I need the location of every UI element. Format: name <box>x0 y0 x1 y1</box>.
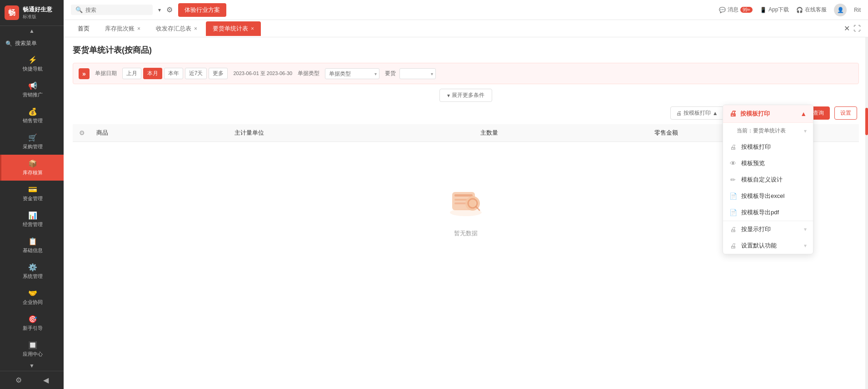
sidebar-item-app-center[interactable]: 🔲应用中心 <box>0 336 64 361</box>
dropdown-item-template-print[interactable]: 🖨按模板打印 <box>723 139 813 155</box>
tab-home[interactable]: 首页 <box>71 21 96 36</box>
nav-icon-operation: 📊 <box>28 211 37 220</box>
tab-close-all-icon[interactable]: ✕ <box>844 24 850 33</box>
settings-btn[interactable]: 设置 <box>834 106 857 120</box>
topbar-dropdown-arrow[interactable]: ▾ <box>158 7 161 13</box>
message-badge: 99+ <box>740 7 753 13</box>
filter-yaohuo-select[interactable] <box>399 68 436 79</box>
topbar-search-input[interactable] <box>85 7 140 13</box>
tab-expand-icon[interactable]: ⛶ <box>853 25 861 33</box>
filter-expand-btn[interactable]: » <box>79 68 90 79</box>
topbar-search-wrap[interactable]: 🔍 <box>71 5 153 15</box>
tab-label-home: 首页 <box>78 25 90 33</box>
dropdown-current-label: 当前：要货单统计表 <box>737 127 786 135</box>
topbar-actions: 💬 消息 99+ 📱 App下载 🎧 在线客服 👤 Rit <box>719 4 861 16</box>
sidebar-item-marketing[interactable]: 📢营销推广 <box>0 77 64 103</box>
tab-close-order-stats[interactable]: × <box>251 25 254 32</box>
dropdown-item-template-preview[interactable]: 👁模板预览 <box>723 155 813 172</box>
filter-type-select[interactable]: 单据类型 <box>325 68 379 79</box>
sidebar-collapse-icon[interactable]: ◀ <box>43 376 49 384</box>
sidebar-scroll-down[interactable]: ▼ <box>0 361 64 371</box>
main-area: 🔍 ▾ ⚙ 体验行业方案 💬 消息 99+ 📱 App下载 🎧 在线客服 👤 R… <box>64 0 868 389</box>
sidebar-search[interactable]: 🔍 搜索菜单 <box>0 36 64 51</box>
filter-date-label: 单据日期 <box>95 70 117 77</box>
dropdown-item-template-custom[interactable]: ✏模板自定义设计 <box>723 172 813 188</box>
topbar-app-download[interactable]: 📱 App下载 <box>760 6 789 14</box>
scrollbar-thumb[interactable] <box>865 108 868 135</box>
sidebar-item-purchase[interactable]: 🛒采购管理 <box>0 129 64 155</box>
sidebar-nav: ⚡快捷导航📢营销推广💰销售管理🛒采购管理📦库存核算💳资金管理📊经营管理📋基础信息… <box>0 51 64 361</box>
dropdown-section-icon-default-function: 🖨 <box>729 242 737 249</box>
nav-label-basic-info: 基础信息 <box>23 247 43 254</box>
filter-date-btn-更多[interactable]: 更多 <box>209 68 228 79</box>
dropdown-item-template-export-excel[interactable]: 📄按模板导出excel <box>723 188 813 204</box>
nav-icon-finance: 💳 <box>28 185 37 194</box>
tabbar: 首页库存批次账×收发存汇总表×要货单统计表×✕⛶ <box>64 20 868 37</box>
print-btn[interactable]: 🖨 按模板打印 ▲ <box>670 106 724 120</box>
message-label: 消息 <box>728 6 738 14</box>
nav-icon-marketing: 📢 <box>28 81 37 90</box>
sidebar-scroll-up[interactable]: ▲ <box>0 26 64 36</box>
sidebar-item-guide[interactable]: 🎯新手引导 <box>0 310 64 336</box>
nav-icon-cooperation: 🤝 <box>28 289 37 298</box>
tab-label-receivable-summary: 收发存汇总表 <box>156 25 191 33</box>
filter-date-btn-本月[interactable]: 本月 <box>143 68 162 79</box>
dropdown-close-icon[interactable]: ▲ <box>800 110 807 117</box>
dropdown-section: 🖨按显示打印▾🖨设置默认功能▾ <box>723 221 813 254</box>
nav-icon-basic-info: 📋 <box>28 237 37 246</box>
sidebar-item-operation[interactable]: 📊经营管理 <box>0 207 64 232</box>
sidebar-item-cooperation[interactable]: 🤝企业协同 <box>0 284 64 310</box>
table-col-product: 商品 <box>91 124 229 142</box>
filter-type-select-wrap: 单据类型 <box>325 68 379 79</box>
table-settings-icon[interactable]: ⚙ <box>79 129 85 136</box>
topbar-avatar[interactable]: 👤 <box>834 4 847 16</box>
dropdown-header[interactable]: 🖨 按模板打印 ▲ <box>723 105 813 123</box>
table-col-settings: ⚙ <box>73 124 91 142</box>
sidebar-item-system[interactable]: ⚙️系统管理 <box>0 258 64 284</box>
sidebar-item-inventory[interactable]: 📦库存核算 <box>0 155 64 181</box>
tab-inventory-batch[interactable]: 库存批次账× <box>98 21 147 36</box>
online-service-icon: 🎧 <box>796 7 803 13</box>
sidebar-item-finance[interactable]: 💳资金管理 <box>0 181 64 207</box>
print-btn-chevron: ▲ <box>713 110 718 116</box>
search-icon: 🔍 <box>5 40 12 47</box>
dropdown-current-item[interactable]: 当前：要货单统计表 ▾ <box>723 123 813 139</box>
filter-expand-row: ▾ 展开更多条件 <box>73 89 859 102</box>
message-icon: 💬 <box>719 7 726 13</box>
dropdown-item-template-export-pdf[interactable]: 📄按模板导出pdf <box>723 204 813 221</box>
page-area: 要货单统计表(按商品) » 单据日期 上月本月本年近7天更多 2023-06-0… <box>64 37 868 389</box>
dropdown-item-icon-template-print: 🖨 <box>729 143 737 151</box>
filter-date-btn-本年[interactable]: 本年 <box>164 68 183 79</box>
trial-btn[interactable]: 体验行业方案 <box>178 3 226 17</box>
dropdown-section-item-display-print[interactable]: 🖨按显示打印▾ <box>723 221 813 237</box>
filter-date-btn-上月[interactable]: 上月 <box>122 68 141 79</box>
filter-date-btn-近7天[interactable]: 近7天 <box>185 68 207 79</box>
dropdown-item-label-template-export-pdf: 按模板导出pdf <box>741 208 779 217</box>
tab-close-receivable-summary[interactable]: × <box>194 25 197 32</box>
topbar-gear-icon[interactable]: ⚙ <box>166 5 173 14</box>
tab-receivable-summary[interactable]: 收发存汇总表× <box>149 21 204 36</box>
topbar-message[interactable]: 💬 消息 99+ <box>719 6 753 14</box>
sidebar-item-basic-info[interactable]: 📋基础信息 <box>0 232 64 258</box>
topbar-username[interactable]: Rit <box>854 7 861 13</box>
dropdown-section-arrow-default-function: ▾ <box>804 242 807 249</box>
tab-close-inventory-batch[interactable]: × <box>137 25 140 32</box>
dropdown-item-icon-template-custom: ✏ <box>729 176 737 183</box>
topbar: 🔍 ▾ ⚙ 体验行业方案 💬 消息 99+ 📱 App下载 🎧 在线客服 👤 R… <box>64 0 868 20</box>
sidebar-item-quick-nav[interactable]: ⚡快捷导航 <box>0 51 64 77</box>
sidebar-settings-icon[interactable]: ⚙ <box>15 376 22 384</box>
dropdown-section-icon-display-print: 🖨 <box>729 226 737 233</box>
nav-icon-purchase: 🛒 <box>28 133 37 142</box>
tab-order-stats[interactable]: 要货单统计表× <box>206 21 261 36</box>
filter-bar: » 单据日期 上月本月本年近7天更多 2023-06-01 至 2023-06-… <box>73 63 859 84</box>
filter-date-range: 2023-06-01 至 2023-06-30 <box>233 70 292 77</box>
expand-more-btn[interactable]: ▾ 展开更多条件 <box>439 89 492 102</box>
dropdown-item-label-template-export-excel: 按模板导出excel <box>741 192 784 200</box>
dropdown-item-label-template-print: 按模板打印 <box>741 143 771 151</box>
sidebar-item-sales[interactable]: 💰销售管理 <box>0 103 64 129</box>
app-download-icon: 📱 <box>760 7 767 13</box>
sidebar-logo[interactable]: 畅 畅通好生意 标准版 <box>0 0 64 26</box>
topbar-online-service[interactable]: 🎧 在线客服 <box>796 6 827 14</box>
filter-type-label: 单据类型 <box>298 70 319 77</box>
dropdown-section-item-default-function[interactable]: 🖨设置默认功能▾ <box>723 237 813 254</box>
